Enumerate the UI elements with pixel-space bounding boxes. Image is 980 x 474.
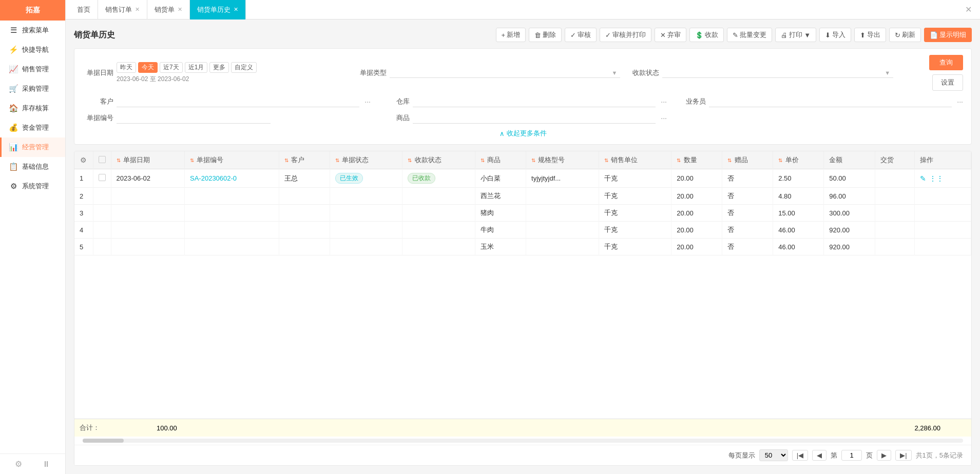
basic-info-icon: 📋 <box>9 162 18 171</box>
col-transaction-label: 交货 <box>880 156 894 164</box>
page-number-input[interactable] <box>841 450 862 461</box>
sidebar-item-search-menu[interactable]: ☰ 搜索菜单 <box>0 21 65 40</box>
more-action-icon[interactable]: ⋮⋮ <box>929 174 944 183</box>
customer-dots-icon[interactable]: ··· <box>364 97 371 106</box>
filter-actions: ∧ 收起更多条件 <box>83 129 963 138</box>
scrollbar-thumb[interactable] <box>83 439 124 443</box>
table-settings-icon[interactable]: ⚙ <box>80 156 87 164</box>
col-qty-label: 数量 <box>684 156 697 164</box>
abandon-button[interactable]: ✕ 弃审 <box>655 28 686 42</box>
sort-collectstatus-icon: ⇅ <box>408 157 412 163</box>
audit-button[interactable]: ✓ 审核 <box>565 28 597 42</box>
date-btn-more[interactable]: 更多 <box>209 62 229 73</box>
cell-qty: 20.00 <box>671 222 722 239</box>
doc-no-input[interactable] <box>117 112 271 124</box>
date-btn-today[interactable]: 今天 <box>138 62 158 73</box>
page-label: 第 <box>831 451 837 460</box>
collect-status-select[interactable]: ▼ <box>662 68 893 78</box>
audit-print-button[interactable]: ✓ 审核并打印 <box>600 28 651 42</box>
tab-delivery[interactable]: 销货单 ✕ <box>147 0 190 19</box>
filter-row-1: 单据日期 昨天 今天 近7天 近1月 更多 自定义 2023-06-02 至 2… <box>83 55 963 91</box>
show-details-button[interactable]: 📄 显示明细 <box>924 28 972 42</box>
content-area: 销货单历史 + 新增 🗑 删除 ✓ 审核 ✓ 审核并打印 <box>66 19 980 474</box>
sidebar-item-basic-info[interactable]: 📋 基础信息 <box>0 157 65 176</box>
col-settings: ⚙ <box>74 151 93 169</box>
sidebar-item-purchase-mgmt[interactable]: 🛒 采购管理 <box>0 79 65 98</box>
sidebar-item-inventory[interactable]: 🏠 库存核算 <box>0 98 65 118</box>
sidebar-item-sys-admin[interactable]: ⚙ 系统管理 <box>0 176 65 196</box>
delete-button[interactable]: 🗑 删除 <box>529 28 562 42</box>
cell-price: 46.00 <box>773 239 824 255</box>
warehouse-dots-icon[interactable]: ··· <box>661 97 667 106</box>
salesperson-dots-icon[interactable]: ··· <box>957 97 963 106</box>
col-transaction: 交货 <box>875 151 914 169</box>
tab-delivery-history[interactable]: 销货单历史 ✕ <box>190 0 246 19</box>
query-button[interactable]: 查询 <box>929 55 963 70</box>
col-date-label: 单据日期 <box>123 156 150 164</box>
batch-change-label: 批量变更 <box>740 30 766 40</box>
warehouse-input[interactable] <box>413 96 656 107</box>
cell-amount: 300.00 <box>824 205 875 222</box>
action-icons: ✎ ⋮⋮ <box>920 174 966 183</box>
date-btn-1month[interactable]: 近1月 <box>185 62 208 73</box>
tab-delivery-history-close[interactable]: ✕ <box>234 6 238 13</box>
batch-change-button[interactable]: ✎ 批量变更 <box>727 28 772 42</box>
print-button[interactable]: 🖨 打印 ▼ <box>775 28 816 42</box>
collect-button[interactable]: 💲 收款 <box>689 28 724 42</box>
export-button[interactable]: ⬆ 导出 <box>854 28 886 42</box>
sidebar-settings-icon[interactable]: ⚙ <box>15 459 22 469</box>
cell-transaction <box>875 205 914 222</box>
sidebar-collapse-icon[interactable]: ⏸ <box>42 460 50 469</box>
collect-status-label: 收款状态 <box>628 68 659 77</box>
date-btn-yesterday[interactable]: 昨天 <box>117 62 136 73</box>
refresh-button[interactable]: ↻ 刷新 <box>889 28 921 42</box>
goods-dots-icon[interactable]: ··· <box>661 114 667 122</box>
doc-type-select[interactable]: ▼ <box>390 68 621 78</box>
customer-input[interactable] <box>117 96 359 107</box>
collapse-filter-btn[interactable]: ∧ 收起更多条件 <box>499 129 547 138</box>
cell-goods: 牛肉 <box>475 222 526 239</box>
cell-customer <box>279 239 330 255</box>
per-page-label: 每页显示 <box>728 451 755 460</box>
cell-date <box>111 222 185 239</box>
tab-delivery-close[interactable]: ✕ <box>178 6 182 13</box>
sidebar-item-sales-mgmt[interactable]: 📈 销售管理 <box>0 60 65 79</box>
col-actions-label: 操作 <box>920 156 933 164</box>
per-page-select[interactable]: 50 100 200 <box>759 449 788 461</box>
horizontal-scrollbar[interactable] <box>83 439 963 443</box>
page-title: 销货单历史 <box>74 30 115 41</box>
customer-filter-field: 客户 ··· <box>83 96 371 107</box>
cell-unit: 千克 <box>599 239 671 255</box>
date-btn-7days[interactable]: 近7天 <box>160 62 183 73</box>
page-prev-btn[interactable]: ◀ <box>812 450 827 461</box>
edit-action-icon[interactable]: ✎ <box>920 174 926 183</box>
filter-settings-button[interactable]: 设置 <box>932 74 963 91</box>
tab-home[interactable]: 首页 <box>70 0 98 19</box>
page-next-btn[interactable]: ▶ <box>877 450 891 461</box>
tab-sales-order[interactable]: 销售订单 ✕ <box>98 0 147 19</box>
date-btn-custom[interactable]: 自定义 <box>231 62 257 73</box>
import-button[interactable]: ⬇ 导入 <box>819 28 851 42</box>
cell-amount: 96.00 <box>824 188 875 205</box>
sidebar-item-finance[interactable]: 💰 资金管理 <box>0 118 65 137</box>
export-icon: ⬆ <box>860 31 866 39</box>
main-area: 首页 销售订单 ✕ 销货单 ✕ 销货单历史 ✕ ✕ 销货单历史 + 新增 <box>66 0 980 474</box>
col-qty: ⇅ 数量 <box>671 151 722 169</box>
tab-bar-close-btn[interactable]: ✕ <box>961 5 976 14</box>
salesperson-input[interactable] <box>709 96 952 107</box>
sidebar-item-quick-nav[interactable]: ⚡ 快捷导航 <box>0 40 65 60</box>
date-filter-group: 昨天 今天 近7天 近1月 更多 自定义 2023-06-02 至 2023-0… <box>117 62 257 84</box>
page-last-btn[interactable]: ▶| <box>895 450 911 461</box>
cell-doc-status <box>330 239 402 255</box>
add-button[interactable]: + 新增 <box>496 28 526 42</box>
sidebar-item-label: 基础信息 <box>22 162 49 171</box>
print-dropdown-icon: ▼ <box>804 31 811 39</box>
select-all-checkbox[interactable] <box>99 156 106 163</box>
row-checkbox[interactable] <box>99 174 106 181</box>
page-first-btn[interactable]: |◀ <box>792 450 808 461</box>
tab-sales-order-close[interactable]: ✕ <box>135 6 140 13</box>
sidebar: 拓嘉 ☰ 搜索菜单 ⚡ 快捷导航 📈 销售管理 🛒 采购管理 🏠 库存核算 💰 … <box>0 0 66 474</box>
goods-input[interactable] <box>413 112 656 124</box>
cell-date <box>111 188 185 205</box>
sidebar-item-operations[interactable]: 📊 经营管理 <box>0 137 65 157</box>
